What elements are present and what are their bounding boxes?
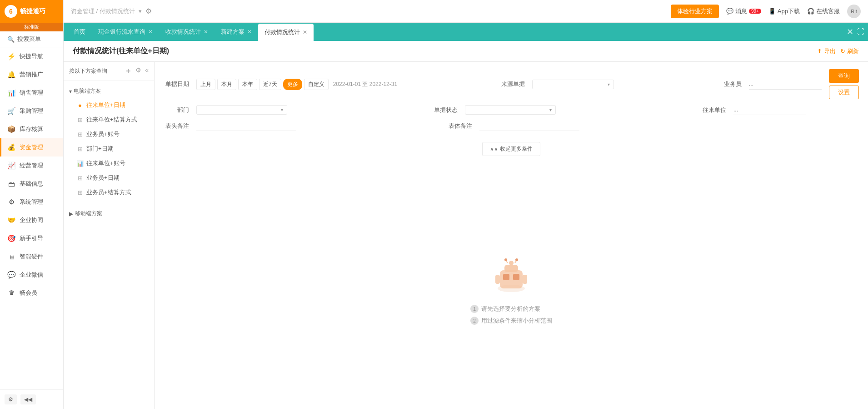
- tab-bank-close-icon[interactable]: ✕: [148, 29, 153, 35]
- date-buttons: 上月 本月 本年 近7天 更多 自定义 2022-01-01 至 2022-12…: [196, 79, 397, 90]
- scheme-icon: ⊞: [76, 131, 84, 138]
- sidebar-item-wechat[interactable]: 💬 企业微信: [0, 266, 63, 284]
- user-avatar[interactable]: Rit: [847, 5, 861, 18]
- scheme-item-label: 部门+日期: [86, 145, 114, 153]
- sidebar-item-member[interactable]: ♛ 畅会员: [0, 284, 63, 302]
- date-btn-more[interactable]: 更多: [283, 79, 302, 90]
- svg-point-10: [504, 258, 507, 261]
- service-label: 在线客服: [816, 7, 840, 15]
- sidebar-item-label: 经营管理: [20, 162, 43, 170]
- date-btn-7days[interactable]: 近7天: [259, 79, 281, 90]
- sidebar-item-label: 智能硬件: [20, 252, 43, 261]
- tab-payment[interactable]: 付款情况统计 ✕: [258, 24, 314, 41]
- scheme-item-dept-date[interactable]: ⊞ 部门+日期: [64, 141, 154, 156]
- tab-payment-close-icon[interactable]: ✕: [303, 29, 307, 35]
- sidebar-item-hardware[interactable]: 🖥 智能硬件: [0, 247, 63, 266]
- voucher-status-label: 单据状态: [432, 106, 458, 114]
- close-all-icon[interactable]: ✕: [847, 27, 853, 37]
- voucher-status-select[interactable]: ▾: [465, 105, 556, 115]
- settings-bottom-btn[interactable]: ⚙: [5, 394, 17, 404]
- tabbar: 首页 现金银行流水查询 ✕ 收款情况统计 ✕ 新建方案 ✕ 付款情况统计 ✕ ✕…: [64, 23, 868, 41]
- header-settings-icon[interactable]: ⚙: [145, 7, 152, 15]
- tab-receipts[interactable]: 收款情况统计 ✕: [159, 23, 215, 41]
- sidebar-item-label: 营销推广: [20, 71, 43, 79]
- right-content: 单据日期 上月 本月 本年 近7天 更多 自定义 2022-01-01 至 20…: [155, 62, 868, 409]
- filter-row-2: 部门 ▾ 单据状态 ▾ 往来单位: [164, 105, 859, 115]
- date-btn-this-year[interactable]: 本年: [238, 79, 257, 90]
- chevron-down-icon: ▾: [69, 88, 72, 95]
- source-select[interactable]: ▾: [532, 80, 614, 89]
- date-btn-last-month[interactable]: 上月: [196, 79, 215, 90]
- filter-area: 单据日期 上月 本月 本年 近7天 更多 自定义 2022-01-01 至 20…: [155, 62, 868, 169]
- svg-rect-6: [504, 265, 518, 272]
- export-btn[interactable]: ⬆ 导出: [817, 47, 836, 56]
- sidebar-item-purchase[interactable]: 🛒 采购管理: [0, 102, 63, 120]
- scheme-group-mobile-title[interactable]: ▶ 移动端方案: [64, 207, 154, 220]
- app-download-action[interactable]: 📱 App下载: [768, 7, 800, 15]
- collapse-sidebar-btn[interactable]: ◀◀: [20, 394, 36, 404]
- logo-text: 畅捷通巧: [20, 7, 45, 15]
- sidebar-item-basic[interactable]: 🗃 基础信息: [0, 175, 63, 193]
- refresh-btn[interactable]: ↻ 刷新: [840, 47, 859, 56]
- collapse-panel-icon[interactable]: «: [145, 66, 149, 76]
- scheme-settings-icon[interactable]: ⚙: [135, 66, 141, 76]
- scheme-item-label: 业务员+日期: [86, 174, 120, 182]
- dept-select[interactable]: ▾: [196, 105, 287, 115]
- export-label: 导出: [824, 47, 836, 56]
- tabbar-right: ✕ ⛶: [847, 27, 864, 37]
- table-header-note-input[interactable]: [196, 121, 296, 131]
- sidebar-item-enterprise[interactable]: 🤝 企业协同: [0, 211, 63, 229]
- date-btn-this-month[interactable]: 本月: [217, 79, 236, 90]
- tab-receipts-close-icon[interactable]: ✕: [204, 29, 208, 35]
- sidebar-item-label: 新手引导: [20, 234, 43, 242]
- sidebar-item-quick-nav[interactable]: ⚡ 快捷导航: [0, 47, 63, 66]
- sidebar-nav: ⚡ 快捷导航 🔔 营销推广 📊 销售管理 🛒 采购管理 📦 库存核算 💰 资金管…: [0, 47, 63, 389]
- sidebar-item-label: 畅会员: [20, 289, 37, 297]
- salesman-input[interactable]: [749, 79, 822, 90]
- tab-new-scheme-close-icon[interactable]: ✕: [247, 29, 252, 35]
- tab-receipts-label: 收款情况统计: [165, 28, 201, 36]
- sidebar-bottom: ⚙ ◀◀: [0, 389, 63, 409]
- sidebar-item-marketing[interactable]: 🔔 营销推广: [0, 66, 63, 84]
- scheme-item-partner-date[interactable]: ● 往来单位+日期: [64, 98, 154, 112]
- scheme-item-salesman-date[interactable]: ⊞ 业务员+日期: [64, 171, 154, 185]
- sidebar-item-sales[interactable]: 📊 销售管理: [0, 84, 63, 102]
- query-btn[interactable]: 查询: [829, 69, 859, 83]
- sidebar-search[interactable]: 🔍 搜索菜单: [0, 31, 63, 47]
- maximize-icon[interactable]: ⛶: [857, 28, 864, 36]
- partner-input[interactable]: [733, 105, 806, 115]
- collapse-conditions-btn[interactable]: ∧∧ 收起更多条件: [482, 142, 540, 156]
- message-label: 消息: [735, 7, 747, 15]
- scheme-item-salesman-account[interactable]: ⊞ 业务员+账号: [64, 127, 154, 141]
- sidebar-item-system[interactable]: ⚙ 系统管理: [0, 193, 63, 211]
- sidebar-item-capital[interactable]: 💰 资金管理: [0, 138, 63, 157]
- scheme-icon: ⊞: [76, 189, 84, 196]
- tab-bank[interactable]: 现金银行流水查询 ✕: [92, 23, 159, 41]
- sidebar-item-inventory[interactable]: 📦 库存核算: [0, 120, 63, 138]
- trial-btn[interactable]: 体验行业方案: [671, 5, 719, 18]
- tip-num-1: 1: [470, 305, 479, 313]
- action-buttons: 查询 设置: [829, 69, 859, 99]
- filter-settings-btn[interactable]: 设置: [829, 86, 859, 99]
- scheme-item-partner-account[interactable]: 📊 往来单位+账号: [64, 156, 154, 171]
- tab-new-scheme[interactable]: 新建方案 ✕: [215, 23, 258, 41]
- table-body-note-input[interactable]: [479, 121, 579, 131]
- scheme-item-partner-settle[interactable]: ⊞ 往来单位+结算方式: [64, 112, 154, 127]
- sidebar-item-guide[interactable]: 🎯 新手引导: [0, 229, 63, 247]
- customer-service-action[interactable]: 🎧 在线客服: [807, 7, 840, 15]
- message-action[interactable]: 💬 消息 99+: [726, 7, 761, 15]
- scheme-group-pc-title[interactable]: ▾ 电脑端方案: [64, 85, 154, 98]
- add-scheme-icon[interactable]: ＋: [125, 66, 132, 76]
- scheme-item-salesman-settle[interactable]: ⊞ 业务员+结算方式: [64, 185, 154, 200]
- chevron-right-icon: ▶: [69, 211, 73, 217]
- scheme-group-pc: ▾ 电脑端方案 ● 往来单位+日期 ⊞ 往来单位+结算方式 ⊞ 业务员+账号 ⊞: [64, 81, 154, 203]
- sidebar-item-operations[interactable]: 📈 经营管理: [0, 157, 63, 175]
- basic-icon: 🗃: [7, 179, 16, 188]
- collapse-up-icon: ∧∧: [490, 146, 498, 152]
- tab-new-scheme-label: 新建方案: [221, 28, 244, 36]
- date-btn-custom[interactable]: 自定义: [304, 79, 329, 90]
- message-icon: 💬: [726, 8, 733, 15]
- scheme-icon: ⊞: [76, 116, 84, 123]
- tab-home[interactable]: 首页: [67, 23, 92, 41]
- filter-row-3: 表头备注 表体备注: [164, 121, 859, 131]
